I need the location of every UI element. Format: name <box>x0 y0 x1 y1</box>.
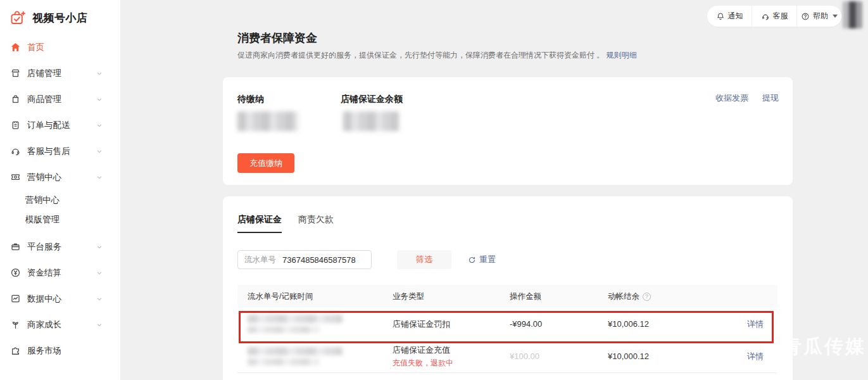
sidebar-subitem-template-management[interactable]: 模版管理 <box>0 210 120 229</box>
detail-link[interactable]: 详情 <box>747 351 777 362</box>
caret-down-icon <box>833 15 838 18</box>
sidebar-item-label: 首页 <box>27 42 44 53</box>
serial-number-input-value: 7367485846587578 <box>282 255 356 265</box>
sidebar-item-label: 商品管理 <box>27 94 61 105</box>
serial-blur-block <box>248 347 393 365</box>
tab-shop-deposit[interactable]: 店铺保证金 <box>237 214 282 233</box>
sidebar-item-marketing-center[interactable]: 营销中心 <box>0 164 120 190</box>
table-row: 店铺保证金充值 充值失败，退款中 ¥100.00 ¥10,000.12 详情 <box>237 340 777 373</box>
notifications-label: 通知 <box>728 11 743 22</box>
serial-number-input[interactable]: 流水单号 7367485846587578 <box>237 250 372 269</box>
chevron-down-icon <box>96 270 103 276</box>
bag-icon <box>10 94 21 104</box>
balance-cell: ¥10,000.12 <box>608 352 747 361</box>
home-icon <box>10 42 21 53</box>
customer-service-button[interactable]: 客服 <box>752 6 796 27</box>
shop-bag-logo-icon <box>9 10 26 27</box>
header-serial: 流水单号/记账时间 <box>237 291 393 302</box>
serial-blur-block <box>248 315 393 333</box>
refresh-icon <box>468 256 476 264</box>
sidebar-item-label: 客服与售后 <box>27 146 70 157</box>
sidebar-item-label: 资金结算 <box>27 267 61 279</box>
brand-title: 视频号小店 <box>32 11 88 25</box>
serial-number-input-label: 流水单号 <box>244 255 276 265</box>
coupon-icon <box>10 172 21 182</box>
balance-help-icon[interactable]: ? <box>643 293 651 301</box>
amount-cell: ¥100.00 <box>510 352 608 361</box>
header-biz-type: 业务类型 <box>393 291 510 302</box>
sidebar-item-label: 平台服务 <box>27 241 61 253</box>
chevron-down-icon <box>96 70 103 77</box>
sidebar-item-home[interactable]: 首页 <box>0 34 120 60</box>
balance-cell: ¥10,006.12 <box>608 319 747 329</box>
recharge-pay-button[interactable]: 充值缴纳 <box>237 153 294 173</box>
deposit-balance-value-redacted <box>343 111 399 131</box>
help-label: 帮助 <box>813 11 828 22</box>
chevron-down-icon <box>96 174 103 180</box>
sidebar-item-label: 营销中心 <box>27 172 61 183</box>
serial-redacted <box>237 315 393 333</box>
sidebar-item-label: 服务市场 <box>27 345 61 357</box>
chevron-down-icon <box>96 244 103 250</box>
watermark: 青瓜传媒 <box>783 334 866 360</box>
ledger-tabs: 店铺保证金 商责欠款 <box>237 214 334 233</box>
amount-cell: -¥994.00 <box>510 319 608 329</box>
sidebar-item-merchant-growth[interactable]: 商家成长 <box>0 312 120 338</box>
serial-redacted <box>237 347 393 365</box>
notifications-button[interactable]: 通知 <box>707 6 752 27</box>
sidebar-item-platform-services[interactable]: 平台服务 <box>0 234 120 260</box>
reset-button-label: 重置 <box>479 254 496 265</box>
chevron-down-icon <box>96 296 103 302</box>
filter-button[interactable]: 筛选 <box>397 250 451 269</box>
pending-payment-value-redacted <box>237 111 298 131</box>
chevron-down-icon <box>96 322 103 328</box>
sprout-icon <box>10 319 21 330</box>
storefront-icon <box>10 68 21 79</box>
sidebar-item-label: 店铺管理 <box>27 68 61 79</box>
sidebar: 视频号小店 首页 店铺管理 商品管理 <box>0 0 120 380</box>
sidebar-item-product-management[interactable]: 商品管理 <box>0 86 120 112</box>
chart-icon <box>10 293 21 304</box>
sidebar-item-orders-delivery[interactable]: 订单与配送 <box>0 112 120 138</box>
header-action-pill: 通知 客服 帮助 <box>707 6 841 27</box>
biz-type-text: 店铺保证金充值 <box>393 345 510 356</box>
rules-detail-link[interactable]: 规则明细 <box>607 51 637 60</box>
biz-status-note: 充值失败，退款中 <box>393 358 510 369</box>
biz-type-cell: 店铺保证金充值 充值失败，退款中 <box>393 345 510 369</box>
sidebar-item-label: 数据中心 <box>27 293 61 305</box>
table-header-row: 流水单号/记账时间 业务类型 操作金额 动帐结余 ? <box>237 285 777 308</box>
avatar[interactable] <box>843 1 862 28</box>
tab-merchant-debt[interactable]: 商责欠款 <box>298 214 334 233</box>
sidebar-item-service-market[interactable]: 服务市场 <box>0 338 120 364</box>
page-description-text: 促进商家向消费者提供更好的服务，提供保证金，先行垫付等能力，保障消费者在合理情况… <box>237 51 604 60</box>
question-circle-icon <box>801 12 810 21</box>
deposit-summary-card: 待缴纳 店铺保证金余额 充值缴纳 收据发票 提现 <box>223 77 793 185</box>
header-balance-label: 动帐结余 <box>608 291 639 302</box>
sidebar-item-label: 商家成长 <box>27 319 61 331</box>
sidebar-subitem-marketing-center[interactable]: 营销中心 <box>0 190 120 210</box>
sidebar-item-customer-service[interactable]: 客服与售后 <box>0 138 120 164</box>
chevron-down-icon <box>96 122 103 129</box>
sidebar-item-funds-settlement[interactable]: 资金结算 <box>0 260 120 286</box>
deposit-card-links: 收据发票 提现 <box>715 92 779 104</box>
headset-icon <box>10 146 21 156</box>
withdraw-link[interactable]: 提现 <box>762 92 779 104</box>
sidebar-menu: 首页 店铺管理 商品管理 订单与配送 <box>0 34 120 364</box>
help-dropdown-button[interactable]: 帮助 <box>796 6 841 27</box>
puzzle-icon <box>10 345 21 356</box>
receipt-invoice-link[interactable]: 收据发票 <box>715 92 748 104</box>
sidebar-item-shop-management[interactable]: 店铺管理 <box>0 60 120 86</box>
sidebar-item-data-center[interactable]: 数据中心 <box>0 286 120 312</box>
bell-icon <box>716 12 725 21</box>
app-screen: 视频号小店 首页 店铺管理 商品管理 <box>0 0 868 380</box>
customer-service-label: 客服 <box>773 11 788 22</box>
ledger-card: 店铺保证金 商责欠款 流水单号 7367485846587578 筛选 重置 流… <box>223 196 793 380</box>
sidebar-item-label: 营销中心 <box>25 194 60 206</box>
table-row: 店铺保证金罚扣 -¥994.00 ¥10,006.12 详情 <box>237 308 777 340</box>
sidebar-item-label: 订单与配送 <box>27 120 70 131</box>
brand-header: 视频号小店 <box>0 0 120 34</box>
header-amount: 操作金额 <box>510 291 608 302</box>
reset-button[interactable]: 重置 <box>468 254 496 265</box>
detail-link[interactable]: 详情 <box>747 319 777 330</box>
chevron-down-icon <box>96 148 103 155</box>
